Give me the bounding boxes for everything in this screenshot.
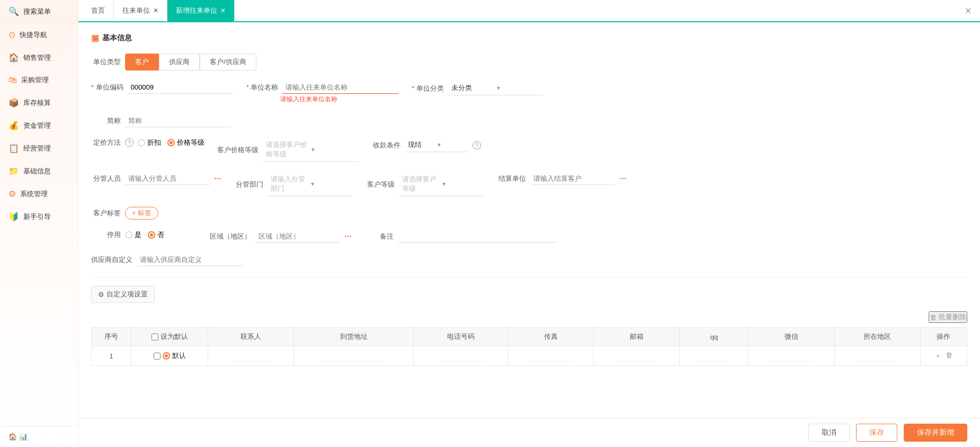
sidebar-item-guide[interactable]: 🔰 新手引导 <box>0 205 78 228</box>
customer-level-label: 客户等级 <box>365 180 395 189</box>
inventory-icon: 📦 <box>8 98 19 108</box>
row-address-input-1[interactable] <box>322 349 386 362</box>
ops-icon: 📋 <box>8 143 19 153</box>
unit-btn-supplier[interactable]: 供应商 <box>159 54 200 71</box>
cancel-button[interactable]: 取消 <box>808 424 850 442</box>
manager-input[interactable] <box>125 172 210 185</box>
manager-more-btn[interactable]: ··· <box>214 174 221 183</box>
customer-level-group: 客户等级 请选择客户等级 ▾ <box>365 172 484 196</box>
disabled-group: 停用 是 否 <box>91 230 197 240</box>
sidebar-label-base: 基础信息 <box>23 166 51 176</box>
row-fax-input-1[interactable] <box>530 349 572 362</box>
unit-code-input[interactable] <box>128 81 234 94</box>
row-default-radio-1[interactable]: 默认 <box>163 351 186 361</box>
row-qq-input-1[interactable] <box>698 349 730 362</box>
pricing-radio-level[interactable]: 价格等级 <box>167 138 204 147</box>
sidebar-bottom: 🏠 📊 <box>0 426 78 447</box>
custom-settings-button[interactable]: ⚙ 自定义项设置 <box>91 286 155 303</box>
batch-delete-button[interactable]: 🗑 批量删除 <box>929 311 967 323</box>
batch-delete-label: 批量删除 <box>939 312 966 322</box>
settlement-more-btn[interactable]: ··· <box>619 174 626 183</box>
sidebar-label-system: 系统管理 <box>20 189 48 199</box>
sidebar-item-finance[interactable]: 💰 资金管理 <box>0 114 78 137</box>
tab-transactions[interactable]: 往来单位 ✕ <box>114 0 167 22</box>
region-input[interactable] <box>255 230 340 243</box>
pricing-help-icon[interactable]: ? <box>125 138 133 147</box>
row-email-input-1[interactable] <box>616 349 658 362</box>
unit-category-select[interactable]: 未分类 ▾ <box>448 81 544 95</box>
settlement-unit-input[interactable] <box>530 172 615 185</box>
department-select[interactable]: 请输入分管部门 ▾ <box>268 172 352 196</box>
yes-label: 是 <box>135 230 141 240</box>
department-group: 分管部门 请输入分管部门 ▾ <box>234 172 352 196</box>
unit-name-input[interactable] <box>282 81 399 94</box>
row-phone-1 <box>414 346 508 366</box>
unit-type-row: 单位类型 客户 供应商 客户/供应商 <box>91 54 967 71</box>
department-label: 分管部门 <box>234 180 263 189</box>
unit-info-row: 单位编码 单位名称 请输入往来单位名称 单位分类 未分类 ▾ <box>91 81 967 104</box>
close-all-button[interactable]: ✕ <box>960 6 976 16</box>
disabled-radio-group: 是 否 <box>125 230 164 240</box>
customer-price-level-select[interactable]: 请选择客户价格等级 ▾ <box>263 138 358 162</box>
tab-new-unit[interactable]: 新增往来单位 ✕ <box>167 0 235 22</box>
customer-tag-group: 客户标签 + 标签 <box>91 207 197 220</box>
col-phone: 电话号码 <box>414 328 508 346</box>
sidebar-item-system[interactable]: ⚙ 系统管理 <box>0 182 78 205</box>
sidebar-label-search: 搜索菜单 <box>23 7 51 16</box>
row-delete-icon-1[interactable]: 🗑 <box>946 351 952 361</box>
select-all-checkbox[interactable] <box>152 334 158 340</box>
tab-home[interactable]: 首页 <box>83 0 114 22</box>
disabled-radio-no[interactable]: 否 <box>148 230 164 240</box>
save-button[interactable]: 保存 <box>856 424 897 442</box>
disabled-radio-yes[interactable]: 是 <box>125 230 141 240</box>
unit-type-label: 单位类型 <box>91 57 121 67</box>
no-label: 否 <box>157 230 164 240</box>
sidebar: 🔍 搜索菜单 ⊙ 快捷导航 🏠 销售管理 🛍 采购管理 📦 库存核算 💰 资金管… <box>0 0 78 447</box>
sidebar-item-ops[interactable]: 📋 经营管理 <box>0 137 78 160</box>
payment-terms-help-icon[interactable]: ? <box>473 141 481 150</box>
row-wechat-input-1[interactable] <box>770 349 813 362</box>
guide-icon: 🔰 <box>8 212 19 222</box>
payment-terms-select[interactable]: 现结 ▾ <box>405 138 468 152</box>
row-add-icon-1[interactable]: ＋ <box>934 351 941 361</box>
row-default-1: 默认 <box>131 346 208 366</box>
settlement-unit-label: 结算单位 <box>496 174 526 183</box>
sidebar-item-sales[interactable]: 🏠 销售管理 <box>0 46 78 69</box>
sidebar-label-quick-nav: 快捷导航 <box>20 30 47 40</box>
remark-input[interactable] <box>398 230 557 243</box>
customer-level-placeholder: 请选择客户等级 <box>402 174 440 194</box>
sidebar-item-purchase[interactable]: 🛍 采购管理 <box>0 69 78 91</box>
save-new-button[interactable]: 保存并新增 <box>904 424 967 442</box>
sidebar-label-guide: 新手引导 <box>23 212 51 222</box>
sidebar-item-search[interactable]: 🔍 搜索菜单 <box>0 0 78 23</box>
tab-new-unit-close[interactable]: ✕ <box>220 7 226 14</box>
add-tag-button[interactable]: + 标签 <box>125 207 158 220</box>
tab-bar: 首页 往来单位 ✕ 新增往来单位 ✕ ✕ <box>78 0 980 22</box>
region-more-btn[interactable]: ··· <box>344 232 351 241</box>
row-num-1: 1 <box>92 346 131 366</box>
short-name-input[interactable] <box>125 115 231 127</box>
tab-transactions-close[interactable]: ✕ <box>153 7 158 14</box>
customer-level-select[interactable]: 请选择客户等级 ▾ <box>399 172 484 196</box>
row-region-input-1[interactable] <box>856 349 898 362</box>
short-name-group: 简称 <box>91 115 231 127</box>
pricing-radio-discount[interactable]: 折扣 <box>138 138 161 147</box>
row-checkbox-1[interactable] <box>154 353 161 360</box>
col-address: 到货地址 <box>293 328 413 346</box>
no-radio-dot <box>150 233 153 236</box>
unit-btn-both[interactable]: 客户/供应商 <box>200 54 256 71</box>
sidebar-label-purchase: 采购管理 <box>21 75 49 85</box>
sidebar-item-quick-nav[interactable]: ⊙ 快捷导航 <box>0 23 78 46</box>
sidebar-item-base[interactable]: 📁 基础信息 <box>0 160 78 182</box>
sidebar-item-inventory[interactable]: 📦 库存核算 <box>0 91 78 114</box>
customer-price-level-label: 客户价格等级 <box>217 145 259 155</box>
main-area: 首页 往来单位 ✕ 新增往来单位 ✕ ✕ ▣ 基本信息 单位类型 客户 供应商 … <box>78 0 980 447</box>
section-title: ▣ 基本信息 <box>91 33 967 43</box>
supplier-custom-input[interactable] <box>137 253 243 266</box>
unit-btn-customer[interactable]: 客户 <box>125 54 159 71</box>
default-radio-circle-1 <box>163 352 170 360</box>
customer-price-level-group: 客户价格等级 请选择客户价格等级 ▾ <box>217 138 358 162</box>
row-phone-input-1[interactable] <box>437 349 485 362</box>
remark-group: 备注 <box>364 230 557 243</box>
row-contact-input-1[interactable] <box>229 349 272 362</box>
